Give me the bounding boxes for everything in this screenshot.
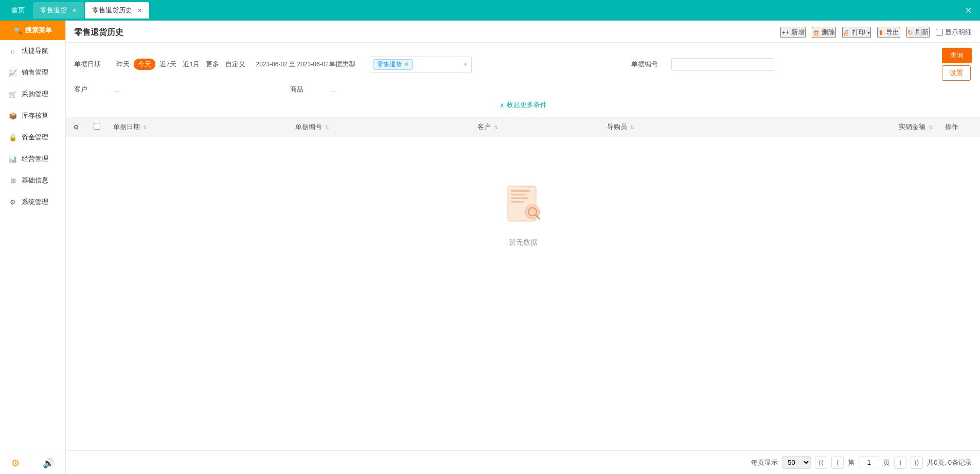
date-option-today[interactable]: 今天 <box>134 59 155 70</box>
tab-close-retail-return[interactable]: ✕ <box>72 7 77 14</box>
customer-input[interactable]: ... <box>114 85 121 94</box>
date-option-7days[interactable]: 近7天 <box>157 59 179 70</box>
tab-home[interactable]: 首页 <box>4 2 32 19</box>
pagination: 每页显示 50 10 20 100 ⟨⟨ ⟨ 第 页 ⟩ ⟩⟩ 共0页, 0条记… <box>66 450 980 474</box>
th-date[interactable]: 单据日期 ⇅ <box>107 117 289 137</box>
sidebar-item-shortcuts[interactable]: ⌂ 快捷导航 <box>0 40 65 62</box>
sidebar-item-sales[interactable]: 📈 销售管理 <box>0 62 65 83</box>
th-action: 操作 <box>939 117 980 137</box>
export-button[interactable]: ⬆ 导出 <box>877 27 900 38</box>
settings-icon[interactable]: ⚙ <box>73 123 79 131</box>
page-header: 零售退货历史 + + 新增 🗑 删除 🖨 打印 ▾ ⬆ 导出 <box>66 21 980 43</box>
select-all-checkbox[interactable] <box>94 123 100 130</box>
date-option-yesterday[interactable]: 昨天 <box>114 59 132 70</box>
date-label: 单据日期 <box>74 60 110 69</box>
sidebar: 🔍 搜索菜单 ⌂ 快捷导航 📈 销售管理 🛒 采购管理 📦 库存核算 🔒 资金管… <box>0 21 66 474</box>
sort-amount-icon[interactable]: ⇅ <box>929 124 933 130</box>
refresh-button[interactable]: ↻ 刷新 <box>906 27 930 38</box>
table-body: 暂无数据 <box>66 137 980 289</box>
empty-text: 暂无数据 <box>509 238 538 247</box>
empty-state: 暂无数据 <box>66 137 980 288</box>
sort-guide-icon[interactable]: ⇅ <box>630 124 634 130</box>
sidebar-item-inventory[interactable]: 📦 库存核算 <box>0 105 65 126</box>
setting-button[interactable]: 设置 <box>942 65 971 81</box>
date-range: 2023-06-02 至 2023-06-02 <box>256 60 328 69</box>
th-guide[interactable]: 导购员 ⇅ <box>601 117 757 137</box>
header-actions: + + 新增 🗑 删除 🖨 打印 ▾ ⬆ 导出 ↻ <box>780 27 972 38</box>
filter-row-2: 客户 ... 商品 ... <box>74 85 972 94</box>
delete-icon: 🗑 <box>813 29 819 37</box>
goods-input[interactable]: ... <box>330 85 337 94</box>
print-button[interactable]: 🖨 打印 ▾ <box>842 27 871 38</box>
delete-button[interactable]: 🗑 删除 <box>812 27 836 38</box>
svg-rect-2 <box>511 194 526 195</box>
settings-bottom-icon[interactable]: ⚙ <box>11 458 20 469</box>
content-area: 零售退货历史 + + 新增 🗑 删除 🖨 打印 ▾ ⬆ 导出 <box>66 21 980 474</box>
page-title: 零售退货历史 <box>74 27 123 38</box>
tab-list: 首页 零售退货 ✕ 零售退货历史 ✕ <box>4 2 961 19</box>
export-icon: ⬆ <box>878 29 884 37</box>
sidebar-item-system[interactable]: ⚙ 系统管理 <box>0 191 65 213</box>
page-prev-button[interactable]: ⟨ <box>831 457 844 469</box>
page-last-button[interactable]: ⟩⟩ <box>911 457 923 469</box>
page-next-button[interactable]: ⟩ <box>894 457 906 469</box>
type-tag-close[interactable]: ✕ <box>404 61 409 68</box>
th-amount[interactable]: 实销金额 ⇅ <box>757 117 939 137</box>
sidebar-search[interactable]: 🔍 搜索菜单 <box>0 21 65 40</box>
page-summary: 共0页, 0条记录 <box>927 458 972 467</box>
sort-date-icon[interactable]: ⇅ <box>143 124 147 130</box>
query-button[interactable]: 查询 <box>942 48 972 63</box>
box-icon: 📦 <box>8 111 17 120</box>
tab-retail-return[interactable]: 零售退货 ✕ <box>33 2 84 19</box>
svg-rect-1 <box>511 190 530 192</box>
audio-icon[interactable]: 🔊 <box>43 458 54 469</box>
top-bar: 首页 零售退货 ✕ 零售退货历史 ✕ ✕ <box>0 0 980 21</box>
bar-icon: 📊 <box>8 154 17 163</box>
tab-close-retail-return-history[interactable]: ✕ <box>137 7 142 14</box>
table-header-row: ⚙ 单据日期 ⇅ 单据编号 ⇅ <box>66 117 980 137</box>
empty-icon <box>497 178 549 230</box>
sidebar-bottom: ⚙ 🔊 <box>0 452 65 474</box>
filter-row-1: 单据日期 昨天 今天 近7天 近1月 更多 自定义 2023-06-02 至 2… <box>74 48 972 81</box>
page-size-select[interactable]: 50 10 20 100 <box>782 456 811 469</box>
page-number-input[interactable] <box>859 457 879 468</box>
sidebar-item-basic[interactable]: ⊞ 基础信息 <box>0 170 65 191</box>
th-number[interactable]: 单据编号 ⇅ <box>289 117 471 137</box>
goods-label: 商品 <box>290 85 326 94</box>
sidebar-item-operation[interactable]: 📊 经营管理 <box>0 148 65 170</box>
refresh-icon: ↻ <box>907 29 913 37</box>
th-settings[interactable]: ⚙ <box>66 117 86 137</box>
date-option-custom[interactable]: 自定义 <box>223 59 247 70</box>
display-toggle-checkbox[interactable] <box>936 29 943 36</box>
add-button[interactable]: + + 新增 <box>780 27 806 38</box>
number-input[interactable] <box>671 58 774 71</box>
th-checkbox[interactable] <box>86 117 107 137</box>
page-first-button[interactable]: ⟨⟨ <box>815 457 827 469</box>
date-option-more[interactable]: 更多 <box>204 59 221 70</box>
customer-label: 客户 <box>74 85 110 94</box>
gear-icon: ⚙ <box>8 197 17 207</box>
data-table: ⚙ 单据日期 ⇅ 单据编号 ⇅ <box>66 117 980 288</box>
print-dropdown-icon: ▾ <box>867 30 870 35</box>
type-dropdown-icon: ▾ <box>464 61 467 68</box>
th-customer[interactable]: 客户 ⇅ <box>471 117 600 137</box>
filter-area: 单据日期 昨天 今天 近7天 近1月 更多 自定义 2023-06-02 至 2… <box>66 43 980 117</box>
date-options: 昨天 今天 近7天 近1月 更多 自定义 <box>114 59 247 70</box>
type-tag: 零售退货 ✕ <box>373 59 413 70</box>
table-area: ⚙ 单据日期 ⇅ 单据编号 ⇅ <box>66 117 980 450</box>
collapse-button[interactable]: ∧ 收起更多条件 <box>491 98 555 112</box>
sort-customer-icon[interactable]: ⇅ <box>494 124 498 130</box>
add-icon: + <box>781 29 786 37</box>
tab-retail-return-history[interactable]: 零售退货历史 ✕ <box>85 2 149 19</box>
window-close-button[interactable]: ✕ <box>961 6 976 15</box>
sidebar-item-purchase[interactable]: 🛒 采购管理 <box>0 83 65 105</box>
page-size-label: 每页显示 <box>751 458 778 467</box>
display-toggle[interactable]: 显示明细 <box>936 28 972 37</box>
type-select[interactable]: 零售退货 ✕ ▾ <box>369 57 472 72</box>
sort-number-icon[interactable]: ⇅ <box>325 124 329 130</box>
main-layout: 🔍 搜索菜单 ⌂ 快捷导航 📈 销售管理 🛒 采购管理 📦 库存核算 🔒 资金管… <box>0 21 980 474</box>
grid-icon: ⊞ <box>8 176 17 185</box>
date-option-1month[interactable]: 近1月 <box>181 59 202 70</box>
sidebar-item-finance[interactable]: 🔒 资金管理 <box>0 126 65 148</box>
search-icon: 🔍 <box>14 27 22 34</box>
